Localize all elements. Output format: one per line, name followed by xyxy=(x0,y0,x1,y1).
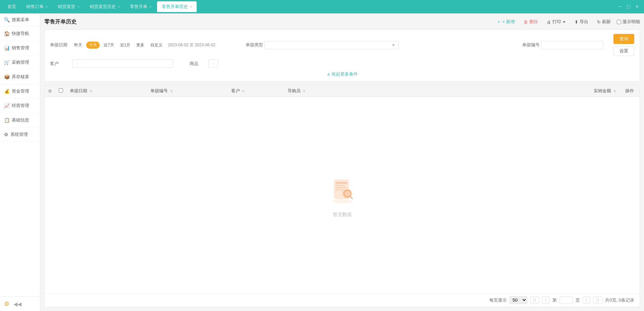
operations-icon: 📈 xyxy=(4,103,10,108)
per-page-select[interactable]: 50 20 100 xyxy=(509,296,527,304)
tab-home[interactable]: 首页 xyxy=(3,1,21,12)
product-label: 商品 xyxy=(190,61,208,67)
filter-row-date: 单据日期 昨天 今天 近7天 近1月 更多 自定义 2023-06-02 至 2… xyxy=(50,34,634,56)
tab-retail-open-history[interactable]: 零售开单历史 × xyxy=(157,1,197,12)
delete-button[interactable]: 🗑 删除 xyxy=(521,17,541,26)
close-tab-sales-return-history[interactable]: × xyxy=(118,5,120,9)
col-no[interactable]: 单据编号 ⇅ xyxy=(147,85,228,97)
col-date[interactable]: 单据日期 ⇅ xyxy=(66,85,147,97)
home-icon: 🏠 xyxy=(4,31,10,36)
pagination: 每页显示 50 20 100 ⟨⟨ ⟨ 第 1 页 ⟩ ⟩⟩ 共0页, 0条记录 xyxy=(45,293,640,307)
close-tab-retail-open-history[interactable]: × xyxy=(190,5,192,9)
sidebar-item-inventory[interactable]: 📦 库存核算 xyxy=(0,70,40,84)
sidebar-bottom: ⚙ ◀◀ xyxy=(0,297,40,311)
settings-gear-icon[interactable]: ⚙ xyxy=(4,300,9,308)
close-btn[interactable]: × xyxy=(633,4,641,10)
date-1month[interactable]: 近1月 xyxy=(118,42,133,49)
customer-select[interactable]: ··· xyxy=(72,59,173,68)
doc-type-select[interactable]: ▼ xyxy=(264,41,399,49)
col-amount[interactable]: 实销金额 ⇅ xyxy=(539,85,620,97)
finance-icon: 💰 xyxy=(4,89,10,94)
sidebar-item-finance[interactable]: 💰 资金管理 xyxy=(0,84,40,99)
tab-sales-order[interactable]: 销售订单 × xyxy=(21,1,52,12)
table-settings-icon[interactable]: ⚙ xyxy=(48,89,52,94)
maximize-btn[interactable]: □ xyxy=(624,4,633,10)
col-customer[interactable]: 客户 ⇅ xyxy=(228,85,284,97)
system-icon: ⚙ xyxy=(4,132,8,137)
toolbar: ＋ + 新增 🗑 删除 🖨 打印 ▼ ⬆ 导出 ↻ xyxy=(494,17,640,26)
doc-type-label: 单据类型 xyxy=(246,42,264,48)
query-button[interactable]: 查询 xyxy=(613,34,634,44)
col-guide[interactable]: 导购员 ⇅ xyxy=(284,85,353,97)
minimize-btn[interactable]: − xyxy=(616,4,624,10)
select-all-checkbox[interactable] xyxy=(59,88,63,93)
close-tab-sales-order[interactable]: × xyxy=(46,5,48,9)
first-page-btn[interactable]: ⟨⟨ xyxy=(530,297,539,304)
sort-date-icon: ⇅ xyxy=(90,89,92,93)
sidebar-item-quick-nav[interactable]: 🏠 快捷导航 xyxy=(0,27,40,41)
filter-more-conditions[interactable]: ∧ 收起更多条件 xyxy=(50,71,634,77)
last-page-btn[interactable]: ⟩⟩ xyxy=(593,297,602,304)
customer-label: 客户 xyxy=(50,61,69,67)
sidebar-item-basic-info[interactable]: 📋 基础信息 xyxy=(0,113,40,127)
date-yesterday[interactable]: 昨天 xyxy=(72,42,84,49)
data-table: ⚙ 单据日期 ⇅ 单据编号 ⇅ xyxy=(45,85,640,97)
sidebar-item-purchase-mgmt[interactable]: 🛒 采购管理 xyxy=(0,55,40,70)
display-detail-checkbox[interactable] xyxy=(617,20,621,24)
export-icon: ⬆ xyxy=(575,19,578,24)
sidebar-item-sales-mgmt[interactable]: 📊 销售管理 xyxy=(0,41,40,55)
date-custom[interactable]: 自定义 xyxy=(148,42,164,49)
product-select[interactable]: ··· xyxy=(208,59,218,68)
tab-sales-return[interactable]: 销货退货 × xyxy=(53,1,84,12)
collapse-icon: ∧ xyxy=(327,72,330,77)
add-icon: ＋ xyxy=(497,19,501,25)
sidebar-item-operations[interactable]: 📈 经营管理 xyxy=(0,99,40,113)
print-button[interactable]: 🖨 打印 ▼ xyxy=(544,17,568,26)
col-checkbox[interactable] xyxy=(55,85,66,97)
sidebar-search[interactable]: 🔍 搜索采单 xyxy=(0,13,40,27)
sort-amount-icon: ⇅ xyxy=(613,89,616,93)
date-today[interactable]: 今天 xyxy=(86,42,100,49)
next-page-btn[interactable]: ⟩ xyxy=(583,297,590,304)
basic-info-icon: 📋 xyxy=(4,117,10,123)
doc-no-group: 单据编号 xyxy=(522,41,603,49)
date-label: 单据日期 xyxy=(50,42,69,48)
sales-icon: 📊 xyxy=(4,45,10,51)
refresh-button[interactable]: ↻ 刷新 xyxy=(594,17,613,26)
tab-sales-return-history[interactable]: 销货退货历史 × xyxy=(85,1,125,12)
page-title: 零售开单历史 xyxy=(44,18,494,25)
prev-page-btn[interactable]: ⟨ xyxy=(542,297,550,304)
svg-rect-3 xyxy=(336,185,345,186)
collapse-sidebar-icon[interactable]: ◀◀ xyxy=(13,301,21,307)
table-header-row: ⚙ 单据日期 ⇅ 单据编号 ⇅ xyxy=(45,85,640,97)
empty-text: 暂无数据 xyxy=(333,212,352,218)
add-button[interactable]: ＋ + 新增 xyxy=(494,17,517,26)
sidebar: 🔍 搜索采单 🏠 快捷导航 📊 销售管理 🛒 采购管理 📦 库存核算 💰 xyxy=(0,13,40,311)
doc-no-input[interactable] xyxy=(541,41,603,49)
close-tab-sales-return[interactable]: × xyxy=(77,5,79,9)
sidebar-item-system[interactable]: ⚙ 系统管理 xyxy=(0,127,40,142)
table-container: ⚙ 单据日期 ⇅ 单据编号 ⇅ xyxy=(44,85,640,307)
close-tab-retail-open[interactable]: × xyxy=(149,5,151,9)
col-empty xyxy=(353,85,539,97)
date-7days[interactable]: 近7天 xyxy=(102,42,116,49)
purchase-icon: 🛒 xyxy=(4,60,10,65)
empty-icon xyxy=(326,173,359,206)
page-input[interactable]: 1 xyxy=(559,297,573,304)
col-settings[interactable]: ⚙ xyxy=(45,85,55,97)
doc-no-label: 单据编号 xyxy=(522,42,541,48)
display-detail-button[interactable]: 显示明细 xyxy=(617,19,640,25)
col-action: 操作 xyxy=(620,85,640,97)
tab-bar: 首页 销售订单 × 销货退货 × 销货退货历史 × 零售开单 × 零售开单历史 … xyxy=(0,0,644,13)
search-icon: 🔍 xyxy=(4,17,10,22)
date-more[interactable]: 更多 xyxy=(134,42,146,49)
sort-customer-icon: ⇅ xyxy=(242,89,245,93)
svg-point-0 xyxy=(332,199,352,203)
print-dropdown-icon: ▼ xyxy=(562,20,566,24)
setting-button[interactable]: 设置 xyxy=(613,46,634,56)
tab-retail-open[interactable]: 零售开单 × xyxy=(125,1,156,12)
sort-no-icon: ⇅ xyxy=(170,89,173,93)
export-button[interactable]: ⬆ 导出 xyxy=(572,17,591,26)
main-layout: 🔍 搜索采单 🏠 快捷导航 📊 销售管理 🛒 采购管理 📦 库存核算 💰 xyxy=(0,13,644,311)
delete-icon: 🗑 xyxy=(524,19,528,24)
